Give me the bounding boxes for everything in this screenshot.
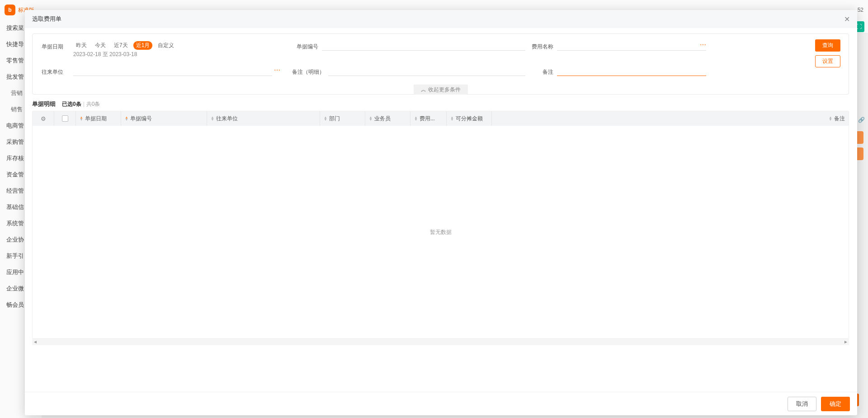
empty-state: 暂无数据 [33, 126, 849, 338]
contact-input[interactable] [73, 66, 272, 76]
date-range-tag[interactable]: 昨天 [73, 41, 90, 50]
chevron-up-icon: ︽ [421, 86, 426, 94]
settings-button[interactable]: 设置 [815, 55, 840, 67]
col-biz[interactable]: ▲▼ 业务员 [365, 111, 410, 126]
remark-detail-label: 备注（明细） [290, 66, 328, 76]
ok-button[interactable]: 确定 [821, 397, 850, 411]
doc-no-input[interactable] [322, 41, 525, 51]
col-unit[interactable]: ▲▼ 往来单位 [207, 111, 320, 126]
horizontal-scrollbar[interactable]: ◄ ► [32, 339, 849, 345]
result-table: ⚙ ▲▼ 单据日期 ▲▼ 单据编号 ▲▼ 往来单位 ▲▼ [32, 111, 849, 339]
fee-name-label: 费用名称 [525, 41, 557, 51]
remark-label: 备注 [525, 66, 557, 76]
select-all-checkbox[interactable] [54, 111, 76, 126]
date-range-tag[interactable]: 今天 [92, 41, 108, 50]
contact-label: 往来单位 [42, 66, 73, 76]
fee-name-input[interactable] [557, 41, 706, 51]
section-title: 单据明细 [32, 100, 56, 108]
date-range-tag[interactable]: 近1月 [133, 41, 153, 50]
modal-title: 选取费用单 [32, 15, 61, 23]
selection-summary: 已选0条|共0条 [62, 100, 100, 108]
column-settings-button[interactable]: ⚙ [33, 111, 54, 126]
scroll-left-icon[interactable]: ◄ [32, 339, 38, 345]
remark-input[interactable] [557, 66, 706, 76]
select-fee-modal: 选取费用单 ✕ 单据日期 昨天今天近7天近1月自定义 2023-02-18 至 … [25, 10, 857, 415]
collapse-label: 收起更多条件 [428, 86, 461, 94]
close-icon[interactable]: ✕ [844, 15, 850, 24]
col-remark[interactable]: ▲▼ 备注 [492, 111, 849, 126]
contact-picker-icon[interactable]: ⋯ [274, 66, 280, 74]
filter-panel: 单据日期 昨天今天近7天近1月自定义 2023-02-18 至 2023-03-… [32, 33, 849, 95]
date-range-text: 2023-02-18 至 2023-03-18 [73, 51, 290, 58]
date-range-tag[interactable]: 自定义 [155, 41, 177, 50]
col-doc-date[interactable]: ▲▼ 单据日期 [76, 111, 121, 126]
collapse-toggle[interactable]: ︽ 收起更多条件 [414, 85, 468, 95]
col-fee[interactable]: ▲▼ 费用... [410, 111, 447, 126]
fee-name-picker-icon[interactable]: ⋯ [700, 41, 706, 48]
cancel-button[interactable]: 取消 [788, 397, 816, 411]
query-button[interactable]: 查询 [815, 39, 840, 52]
col-doc-code[interactable]: ▲▼ 单据编号 [121, 111, 207, 126]
scroll-right-icon[interactable]: ► [843, 339, 849, 345]
col-dept[interactable]: ▲▼ 部门 [320, 111, 365, 126]
remark-detail-input[interactable] [328, 66, 525, 76]
date-range-tag[interactable]: 近7天 [111, 41, 131, 50]
doc-date-label: 单据日期 [42, 41, 73, 51]
col-alloc[interactable]: ▲▼ 可分摊金额 [447, 111, 492, 126]
gear-icon: ⚙ [41, 115, 46, 122]
doc-no-label: 单据编号 [290, 41, 322, 51]
